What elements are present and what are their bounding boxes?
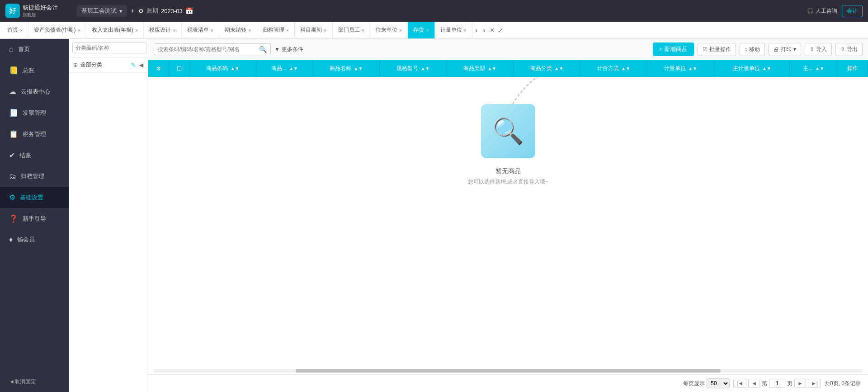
tab-prev-button[interactable]: ‹ [472, 26, 480, 34]
col-type[interactable]: 商品类型 ▲▼ [447, 60, 514, 77]
export-label: 导出 [847, 46, 858, 53]
sidebar-item-archive[interactable]: 🗂 归档管理 [0, 166, 69, 187]
search-input[interactable] [158, 46, 257, 52]
close-tab-unit[interactable]: × [464, 28, 467, 33]
sidebar-item-settings[interactable]: ⚙ 基础设置 [0, 187, 69, 208]
tab-dept[interactable]: 部门员工 × [333, 22, 370, 39]
add-product-button[interactable]: + 新增商品 [653, 43, 694, 56]
close-tab-income[interactable]: × [135, 28, 138, 33]
data-table: ⚙ ☐ 商品条码 ▲▼ 商品... ▲▼ 商品名称 ▲▼ 规格型号 ▲▼ 商品类… [148, 60, 868, 77]
page-input[interactable] [769, 379, 785, 388]
sidebar-item-member[interactable]: ♦ 畅会员 [0, 229, 69, 250]
sidebar-item-ledger[interactable]: 📒 总账 [0, 60, 69, 81]
close-tab-home[interactable]: × [20, 28, 23, 33]
batch-button[interactable]: ☑ 批量操作 [698, 43, 736, 56]
col-unit[interactable]: 计量单位 ▲▼ [647, 60, 714, 77]
col-spec[interactable]: 规格型号 ▲▼ [380, 60, 447, 77]
tab-income-label: 收入支出表(年报) [92, 26, 133, 34]
tab-home[interactable]: 首页 × [2, 22, 28, 39]
col-main-abbr[interactable]: 主... ▲▼ [790, 60, 837, 77]
col-name[interactable]: 商品名称 ▲▼ [313, 60, 380, 77]
unpin-button[interactable]: ◄取消固定 [0, 372, 69, 392]
empty-sub: 您可以选择新增,或者直接导入哦~ [468, 178, 548, 186]
sidebar-item-report[interactable]: ☁ 云报表中心 [0, 81, 69, 102]
close-tab-subject[interactable]: × [324, 28, 326, 33]
move-button[interactable]: ↕ 移动 [740, 43, 765, 56]
tab-home-label: 首页 [7, 26, 18, 34]
col-main-unit[interactable]: 主计量单位 ▲▼ [714, 60, 790, 77]
tab-balance[interactable]: 资产负债表(中期) × [28, 22, 86, 39]
close-tab-tax[interactable]: × [211, 28, 213, 33]
sidebar-item-home[interactable]: ⌂ 首页 [0, 39, 69, 60]
collapse-icon[interactable]: ◀ [139, 62, 143, 68]
tab-unit[interactable]: 计量单位 × [435, 22, 472, 39]
per-page-select[interactable]: 50 10 20 100 [707, 378, 730, 388]
export-button[interactable]: ⇧ 导出 [835, 43, 863, 56]
last-page-button[interactable]: ►| [808, 379, 821, 388]
help-button[interactable]: 🎧 人工咨询 [807, 7, 837, 15]
tab-subject[interactable]: 科目期初 × [295, 22, 332, 39]
sidebar-item-invoice[interactable]: 🧾 发票管理 [0, 102, 69, 123]
tab-template-label: 模版设计 [149, 26, 171, 34]
guide-icon: ❓ [9, 214, 18, 223]
settings-icon[interactable]: ⚙ [138, 8, 144, 14]
workspace-tab[interactable]: 基层工会测试 ▾ [77, 5, 127, 17]
category-all-item[interactable]: ⊞ 全部分类 ✎ ◀ [69, 57, 148, 73]
home-icon: ⌂ [9, 45, 14, 53]
category-search-area: 🔍 [69, 39, 148, 57]
col-barcode[interactable]: 商品条码 ▲▼ [189, 60, 256, 77]
tab-contact[interactable]: 往来单位 × [370, 22, 408, 39]
invoice-icon: 🧾 [9, 109, 18, 117]
close-tab-archive[interactable]: × [286, 28, 289, 33]
close-tab-dept[interactable]: × [362, 28, 364, 33]
expand-icon[interactable]: ⤢ [496, 27, 505, 34]
first-page-button[interactable]: |◄ [733, 379, 746, 388]
close-tab-contact[interactable]: × [399, 28, 402, 33]
scroll-thumb[interactable] [296, 369, 721, 373]
sidebar-item-guide[interactable]: ❓ 新手引导 [0, 208, 69, 229]
tab-archive-label: 归档管理 [263, 26, 284, 34]
col-price-method[interactable]: 计价方式 ▲▼ [580, 60, 647, 77]
filter-icon: ▼ [274, 46, 280, 52]
category-search-input[interactable] [72, 43, 146, 53]
sidebar-item-tax[interactable]: 📋 税务管理 [0, 123, 69, 145]
filter-button[interactable]: ▼ 更多条件 [274, 46, 303, 53]
col-checkbox[interactable]: ☐ [169, 60, 189, 77]
print-button[interactable]: 🖨 打印 ▾ [769, 43, 801, 56]
import-button[interactable]: ⇩ 导入 [805, 43, 832, 56]
add-tab-button[interactable]: ＋ [130, 7, 136, 15]
close-tab-template[interactable]: × [173, 28, 175, 33]
search-box: 🔍 [154, 43, 271, 55]
close-all-tabs-button[interactable]: × [488, 26, 496, 34]
tab-period[interactable]: 期末结转 × [219, 22, 257, 39]
col-code[interactable]: 商品... ▲▼ [256, 60, 313, 77]
tab-tax[interactable]: 税表清单 × [182, 22, 219, 39]
per-page-area: 每页显示 50 10 20 100 [683, 378, 730, 388]
logo-area: 好 畅捷通好会计 旗舰版 [5, 4, 73, 18]
col-category[interactable]: 商品分类 ▲▼ [514, 60, 580, 77]
col-actions: 操作 [837, 60, 868, 77]
edit-icon[interactable]: ✎ [131, 62, 136, 68]
prev-page-button[interactable]: ◄ [748, 379, 760, 388]
main-layout: ⌂ 首页 📒 总账 ☁ 云报表中心 🧾 发票管理 📋 税务管理 ✔ 结账 🗂 归… [0, 39, 868, 392]
close-tab-balance[interactable]: × [77, 28, 80, 33]
total-info: 共0页, 0条记录 [825, 380, 861, 387]
account-button[interactable]: 会计 [842, 5, 863, 17]
tab-inventory[interactable]: 存货 × [408, 22, 434, 39]
print-dropdown-icon: ▾ [793, 46, 796, 52]
tab-next-button[interactable]: › [481, 26, 488, 34]
per-page-label: 每页显示 [683, 380, 705, 387]
calendar-icon[interactable]: 📅 [185, 7, 193, 14]
tab-income[interactable]: 收入支出表(年报) × [86, 22, 144, 39]
sidebar-item-settle[interactable]: ✔ 结账 [0, 145, 69, 166]
dropdown-icon: ▾ [119, 8, 123, 14]
tab-archive[interactable]: 归档管理 × [257, 22, 295, 39]
close-tab-period[interactable]: × [248, 28, 251, 33]
horizontal-scrollbar[interactable] [154, 369, 863, 373]
tab-balance-label: 资产负债表(中期) [34, 26, 75, 34]
next-page-button[interactable]: ► [794, 379, 806, 388]
col-settings[interactable]: ⚙ [148, 60, 169, 77]
tab-template[interactable]: 模版设计 × [144, 22, 181, 39]
close-tab-inventory[interactable]: × [426, 28, 429, 33]
search-icon[interactable]: 🔍 [259, 46, 267, 53]
